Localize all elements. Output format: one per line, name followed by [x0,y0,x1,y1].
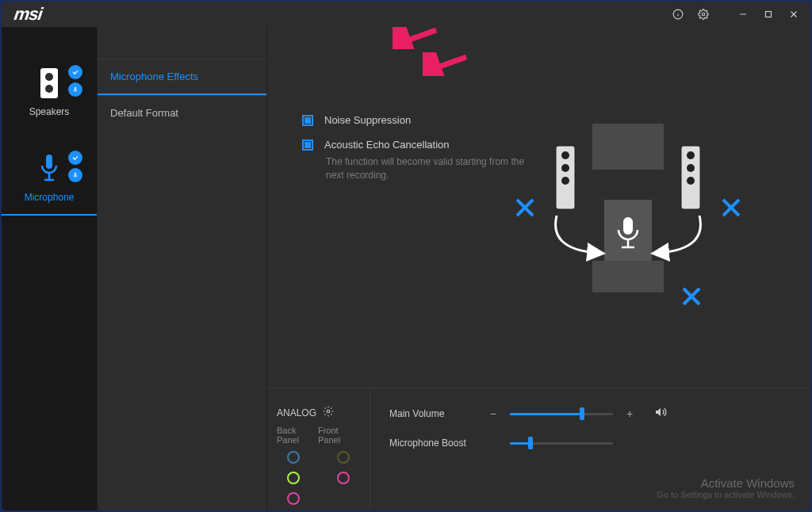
svg-point-11 [45,85,53,93]
content-pane: Noise Suppression Acoustic Echo Cancella… [267,27,810,510]
jack-blue[interactable] [287,451,300,464]
maximize-button[interactable] [756,2,780,26]
volume-increase-button[interactable]: + [624,407,635,420]
svg-rect-5 [766,12,772,17]
minimize-button[interactable] [731,2,755,26]
speaker-volume-icon[interactable] [654,406,667,422]
main-volume-slider[interactable] [510,413,613,415]
device-sidebar: Speakers Microphone [2,27,97,510]
close-button[interactable] [782,2,806,26]
analog-title: ANALOG [277,406,360,419]
svg-point-32 [687,164,695,172]
echo-cancellation-checkbox[interactable] [302,139,313,151]
mic-boost-label: Microphone Boost [389,437,477,449]
info-icon[interactable] [666,2,690,26]
volume-decrease-button[interactable]: − [488,407,499,420]
brand-logo: msi [13,4,44,25]
device-label: Speakers [29,106,70,117]
titlebar-controls [666,2,806,26]
device-badge-icon [68,168,82,182]
svg-point-31 [687,151,695,159]
gear-icon[interactable] [691,2,715,26]
tab-default-format[interactable]: Default Format [98,96,266,131]
sliders-section: Main Volume − + Microphone Boost [370,388,810,510]
svg-rect-12 [75,173,76,176]
back-panel-label: Back Panel [277,426,318,445]
jack-grid [277,451,360,505]
svg-rect-8 [75,87,76,90]
svg-point-27 [561,151,569,159]
annotation-arrow-icon [393,27,440,49]
jack-pink-back[interactable] [287,492,300,505]
svg-rect-13 [46,155,52,169]
svg-line-17 [400,30,436,43]
echo-cancellation-label: Acoustic Echo Cancellation [324,139,450,151]
front-panel-label: Front Panel [318,426,360,445]
svg-point-29 [561,177,569,185]
bottom-panel: ANALOG Back Panel Front Panel [267,388,810,510]
microphone-icon [36,152,62,185]
tab-sidebar: Microphone Effects Default Format [97,27,267,510]
main-area: Speakers Microphone Microphone Effects D… [2,27,810,510]
svg-point-28 [561,164,569,172]
analog-section: ANALOG Back Panel Front Panel [267,388,370,510]
device-speakers[interactable]: Speakers [2,59,97,128]
svg-point-33 [687,177,695,185]
jack-olive[interactable] [337,451,350,464]
gear-icon[interactable] [323,406,334,419]
jack-pink-front[interactable] [337,472,350,484]
main-volume-row: Main Volume − + [389,406,791,422]
annotation-arrow-icon [423,52,470,76]
svg-line-19 [431,57,466,70]
device-microphone[interactable]: Microphone [2,144,97,216]
noise-suppression-label: Noise Suppression [324,114,411,126]
echo-illustration [501,114,755,312]
svg-point-41 [327,410,330,413]
activate-windows-watermark: Activate Windows Go to Settings to activ… [657,476,795,499]
svg-point-3 [702,13,705,16]
check-badge-icon [68,151,82,165]
titlebar: msi [2,2,810,27]
svg-rect-23 [623,217,633,235]
mic-boost-slider[interactable] [510,442,613,445]
app-window: msi [2,2,810,510]
svg-rect-20 [592,124,664,170]
svg-point-10 [45,73,53,81]
tab-mic-effects[interactable]: Microphone Effects [98,59,266,95]
device-label: Microphone [25,192,75,203]
check-badge-icon [68,65,82,79]
device-badge-icon [68,82,82,97]
mic-boost-row: Microphone Boost [389,437,791,449]
svg-rect-22 [592,261,664,292]
noise-suppression-checkbox[interactable] [302,115,313,126]
jack-lime[interactable] [287,472,300,484]
svg-rect-9 [40,68,58,98]
speaker-icon [36,67,62,100]
effects-area: Noise Suppression Acoustic Echo Cancella… [267,27,810,388]
main-volume-label: Main Volume [389,408,477,419]
